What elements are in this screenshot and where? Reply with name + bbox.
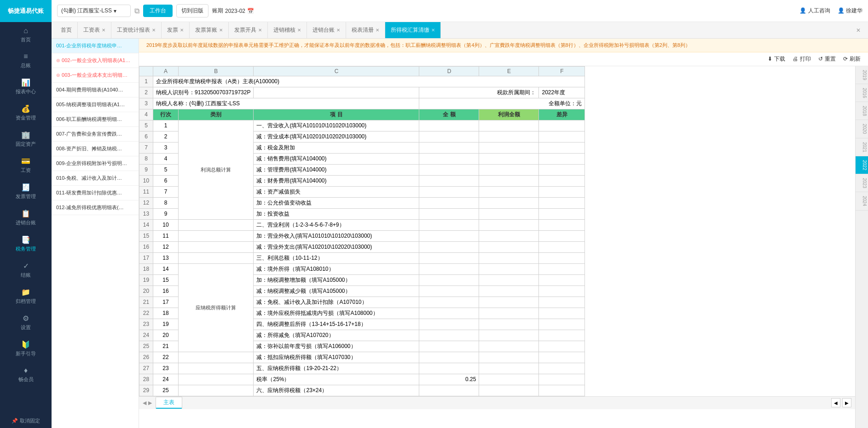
sidebar-item-archive[interactable]: 📁 归档管理 [0,283,52,309]
scroll-right-btn[interactable]: ▶ [842,398,851,407]
copy-icon[interactable]: ⧉ [134,7,139,15]
currency-label-cell: 全额单位：元 [419,98,585,109]
sidebar-item-ledger[interactable]: ≡ 总账 [0,48,52,74]
sidebar-item-settlement[interactable]: ✓ 结账 [0,257,52,283]
tab-invoice-calc[interactable]: 发票算账 ✕ [190,22,229,39]
sheet-tab-main[interactable]: 主表 [156,397,182,409]
tab-invoice-issue-close[interactable]: ✕ [258,28,262,33]
print-button[interactable]: 🖨 打印 [793,55,811,63]
sidebar-item-invoices[interactable]: 🧾 发票管理 [0,178,52,205]
year-2022[interactable]: 2022 [856,156,868,174]
sidebar-item-fixed-assets[interactable]: 🏢 固定资产 [0,126,52,152]
row-num-16: 16 [139,241,153,252]
tab-fapiao-close[interactable]: ✕ [180,28,184,33]
tab-income-tax[interactable]: 所得税汇算清缴 ✕ [385,22,441,39]
col-lirun-header: 利润全额 [479,109,539,120]
sidebar-item-assets[interactable]: 💰 资金管理 [0,100,52,126]
year-2023[interactable]: 2023 [856,174,868,192]
xuhao-12: 8 [153,197,179,208]
chay-21 [539,297,585,308]
tab-invoice-issue[interactable]: 发票开具 ✕ [229,22,268,39]
quanje-13 [419,208,479,219]
left-panel-item-005[interactable]: 005-纳税调整项目明细表(A1… [52,97,139,112]
left-panel-item-010[interactable]: 010-免税、减计收入及加计… [52,171,139,186]
sidebar-item-reports[interactable]: 📊 报表中心 [0,74,52,100]
row-num-2: 2 [139,87,153,98]
refresh-button[interactable]: ⟳ 刷新 [843,55,861,63]
row-num-25: 25 [139,341,153,352]
left-panel-item-012[interactable]: 012-减免所得税优惠明细表(… [52,200,139,215]
sidebar-pin-btn[interactable]: 📌 取消固定 [0,414,52,428]
tab-invoice-calc-close[interactable]: ✕ [219,28,223,33]
fixed-assets-icon: 🏢 [21,131,30,139]
switch-version-button[interactable]: 切到旧版 [176,4,208,17]
company-selector[interactable]: (勾删) 江西服宝-LSS ▾ [57,5,131,17]
quanje-19 [419,274,479,285]
left-panel-item-007[interactable]: 007-广告费和业务宣传费跌… [52,127,139,142]
download-button[interactable]: ⬇ 下载 [768,55,785,63]
xuhao-27: 23 [153,363,179,374]
tab-tax-list-close[interactable]: ✕ [376,28,379,33]
tab-tax-list[interactable]: 税表清册 ✕ [346,22,385,39]
left-panel-item-002[interactable]: ⊙ 002-一般企业收入明细表(A1… [52,53,139,68]
tab-payroll-stats[interactable]: 工资统计报表 ✕ [111,22,162,39]
sidebar-item-guide[interactable]: 🔰 新手引导 [0,336,52,362]
row-num-24: 24 [139,330,153,341]
sidebar-item-member[interactable]: ♦ 畅会员 [0,362,52,388]
left-panel-item-008[interactable]: 008-资产折旧、摊销及纳税… [52,142,139,156]
year-2016[interactable]: 2016 [856,84,868,102]
sidebar-item-purchases[interactable]: 📋 进销台账 [0,205,52,231]
next-sheet-btn[interactable]: ▶ [148,400,152,406]
sidebar-label-member: 畅会员 [18,376,34,383]
sidebar-item-home[interactable]: ⌂ 首页 [0,22,52,48]
tab-income-tax-close[interactable]: ✕ [431,28,435,33]
empty-cell-2c [254,87,419,98]
reset-icon: ↺ [818,56,823,62]
tab-payroll-stats-close[interactable]: ✕ [152,28,156,33]
left-panel-item-001[interactable]: 001-企业所得税年度纳税申… [52,39,139,53]
user-service[interactable]: 👤 人工咨询 [799,7,830,15]
tab-purchase-verify[interactable]: 进销稽核 ✕ [268,22,307,39]
left-panel-item-006[interactable]: 006-职工薪酬纳税调整明细… [52,112,139,127]
xiangmu-7: 减：税金及附加 [254,142,419,153]
year-2024[interactable]: 2024 [856,192,868,210]
user-name[interactable]: 👤 徐建华 [838,7,862,15]
chay-14 [539,219,585,230]
prev-sheet-btn[interactable]: ◀ [143,400,146,406]
sidebar-item-tax[interactable]: 📑 税务管理 [0,231,52,257]
close-all-icon[interactable]: ✕ [856,27,864,34]
tab-purchase-ledger[interactable]: 进销台账 ✕ [307,22,346,39]
year-2020[interactable]: 2020 [856,120,868,138]
chay-29 [539,385,585,396]
calendar-icon[interactable]: 📅 [247,8,254,14]
item-007-label: 007-广告费和业务宣传费跌… [56,131,122,137]
tab-fapiao[interactable]: 发票 ✕ [162,22,190,39]
tab-home[interactable]: 首页 [55,22,78,39]
sidebar-item-payroll[interactable]: 💳 工资 [0,152,52,178]
tab-bar: 首页 工资表 ✕ 工资统计报表 ✕ 发票 ✕ 发票算账 ✕ 发票开具 ✕ 进销稽… [52,22,868,39]
scroll-left-btn[interactable]: ◀ [831,398,840,407]
left-panel-item-011[interactable]: 011-研发费用加计扣除优惠… [52,186,139,200]
xiangmu-24: 减：所得减免（填写A107020） [254,330,419,341]
workbench-button[interactable]: 工作台 [143,5,173,17]
tab-purchase-ledger-close[interactable]: ✕ [336,28,340,33]
tab-payroll[interactable]: 工资表 ✕ [78,22,111,39]
left-panel-item-004[interactable]: 004-期间费用明细表(A1040… [52,83,139,97]
left-panel-item-009[interactable]: 009-企业所得税附加补亏损明… [52,156,139,171]
lirun-20 [479,285,539,297]
reset-button[interactable]: ↺ 重置 [818,55,836,63]
chay-8 [539,153,585,164]
bottom-scroll-btns: ◀ ▶ [831,398,851,407]
left-panel-item-003[interactable]: ⊙ 003-一般企业成本支出明细… [52,68,139,83]
tab-payroll-close[interactable]: ✕ [102,28,105,33]
year-2019[interactable]: 2019 [856,66,868,84]
sheet-container[interactable]: A B C D E F 1 企业所 [139,66,855,428]
year-2018[interactable]: 2018 [856,102,868,120]
tab-purchase-verify-close[interactable]: ✕ [297,28,301,33]
xuhao-22: 18 [153,308,179,319]
chay-27 [539,363,585,374]
download-icon: ⬇ [768,56,772,62]
year-2021[interactable]: 2021 [856,138,868,156]
sidebar-item-settings[interactable]: ⚙ 设置 [0,309,52,336]
xiangmu-8: 减：销售费用(填写A104000) [254,153,419,164]
